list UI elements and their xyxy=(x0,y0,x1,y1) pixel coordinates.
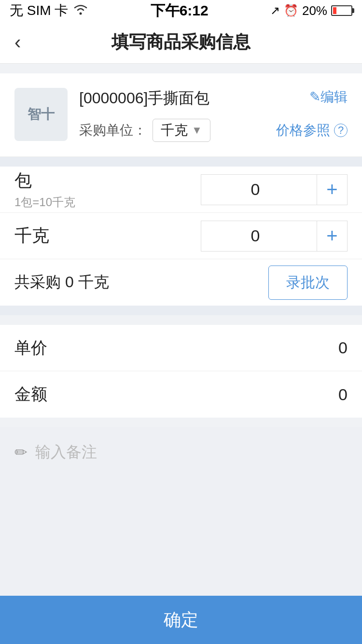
product-top: [0000006]手撕面包 ✎编辑 xyxy=(79,88,348,109)
confirm-button-label: 确定 xyxy=(164,608,198,632)
kg-label-group: 千克 xyxy=(14,224,72,248)
pack-sub-label: 1包=10千克 xyxy=(14,195,75,210)
unit-left: 采购单位： 千克 ▼ xyxy=(79,119,210,142)
record-batch-button[interactable]: 录批次 xyxy=(268,266,348,300)
pricing-section: 单价 0 金额 0 xyxy=(0,325,362,418)
pack-label: 包 xyxy=(14,169,75,193)
pack-row: 包 1包=10千克 + xyxy=(0,167,362,213)
pack-control: + xyxy=(75,174,348,205)
amount-row: 金额 0 xyxy=(0,371,362,418)
status-left: 无 SIM 卡 xyxy=(10,1,88,20)
page-title: 填写商品采购信息 xyxy=(111,30,251,54)
alarm-icon: ⏰ xyxy=(284,4,298,17)
price-ref-label: 价格参照 xyxy=(276,121,330,140)
amount-value: 0 xyxy=(338,385,348,404)
sim-label: 无 SIM 卡 xyxy=(10,1,68,20)
edit-button[interactable]: ✎编辑 xyxy=(309,88,348,106)
divider-2 xyxy=(0,306,362,315)
status-time: 下午6:12 xyxy=(151,1,209,21)
header: ‹ 填写商品采购信息 xyxy=(0,21,362,64)
svg-point-0 xyxy=(80,13,82,15)
status-right: ↗ ⏰ 20% xyxy=(270,3,352,18)
product-card: 智十 [0000006]手撕面包 ✎编辑 采购单位： 千克 ▼ 价格参照 ? xyxy=(0,73,362,157)
amount-label: 金额 xyxy=(14,383,47,406)
status-bar: 无 SIM 卡 下午6:12 ↗ ⏰ 20% xyxy=(0,0,362,21)
unit-label: 采购单位： xyxy=(79,121,147,140)
product-logo: 智十 xyxy=(28,108,55,121)
wifi-icon xyxy=(73,3,88,18)
battery-percent: 20% xyxy=(302,3,327,18)
pack-plus-button[interactable]: + xyxy=(317,174,348,205)
battery-icon xyxy=(331,5,352,16)
divider-1 xyxy=(0,157,362,167)
unit-select[interactable]: 千克 ▼ xyxy=(153,119,210,142)
product-unit-row: 采购单位： 千克 ▼ 价格参照 ? xyxy=(79,119,348,142)
summary-row: 共采购 0 千克 录批次 xyxy=(0,259,362,306)
price-ref-btn[interactable]: 价格参照 ? xyxy=(276,121,348,140)
pack-label-group: 包 1包=10千克 xyxy=(14,169,75,210)
kg-row: 千克 + xyxy=(0,213,362,259)
confirm-button[interactable]: 确定 xyxy=(0,596,362,644)
pack-input[interactable] xyxy=(201,174,317,205)
pencil-icon: ✏ xyxy=(14,443,28,462)
pack-section: 包 1包=10千克 + 千克 + 共采购 0 千克 录批次 xyxy=(0,167,362,306)
help-icon: ? xyxy=(334,124,348,137)
unit-price-value: 0 xyxy=(338,338,348,357)
unit-price-label: 单价 xyxy=(14,337,47,359)
kg-plus-button[interactable]: + xyxy=(317,221,348,252)
note-placeholder: 输入备注 xyxy=(35,442,97,463)
back-button[interactable]: ‹ xyxy=(14,31,21,53)
unit-value: 千克 xyxy=(161,121,188,140)
summary-text: 共采购 0 千克 xyxy=(14,272,109,293)
product-image: 智十 xyxy=(14,88,68,141)
location-icon: ↗ xyxy=(270,4,280,17)
note-section[interactable]: ✏ 输入备注 xyxy=(0,427,362,477)
unit-price-row: 单价 0 xyxy=(0,325,362,371)
chevron-down-icon: ▼ xyxy=(192,124,202,137)
kg-input[interactable] xyxy=(201,221,317,252)
kg-label: 千克 xyxy=(14,224,72,248)
kg-control: + xyxy=(72,221,348,252)
product-info: [0000006]手撕面包 ✎编辑 采购单位： 千克 ▼ 价格参照 ? xyxy=(79,88,348,142)
product-name: [0000006]手撕面包 xyxy=(79,88,209,109)
